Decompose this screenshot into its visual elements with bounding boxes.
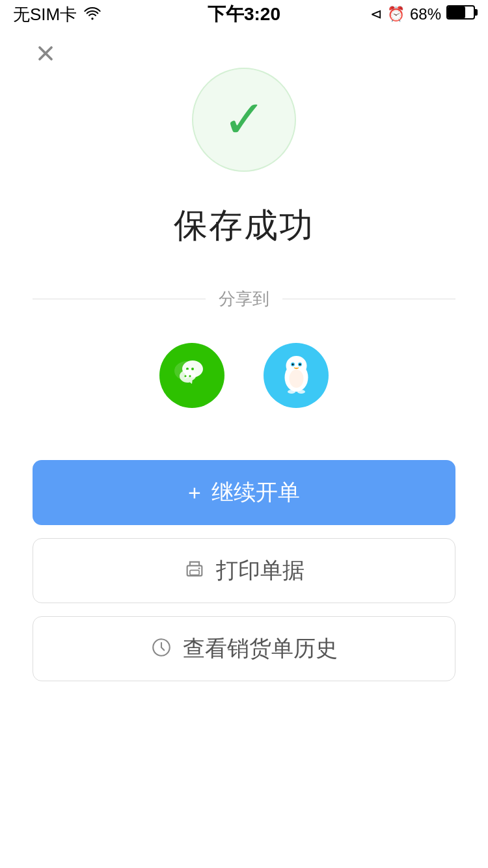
wechat-share-button[interactable] — [159, 343, 224, 408]
print-icon — [183, 558, 206, 584]
share-divider: 分享到 — [33, 288, 455, 310]
close-button[interactable] — [26, 34, 65, 73]
divider-right — [282, 299, 455, 299]
continue-label: 继续开单 — [211, 478, 300, 508]
success-title: 保存成功 — [174, 203, 314, 249]
print-label: 打印单据 — [216, 556, 305, 586]
status-left: 无SIM卡 — [13, 3, 102, 26]
plus-icon: + — [188, 481, 201, 504]
action-buttons: + 继续开单 打印单据 查看销货单历史 — [0, 460, 488, 681]
share-icons — [33, 343, 455, 408]
carrier-label: 无SIM卡 — [13, 3, 77, 26]
share-label: 分享到 — [219, 288, 269, 310]
main-content: ✓ 保存成功 分享到 — [0, 29, 488, 681]
continue-button[interactable]: + 继续开单 — [33, 460, 455, 525]
history-icon — [150, 636, 172, 662]
svg-point-3 — [184, 375, 186, 377]
history-button[interactable]: 查看销货单历史 — [33, 616, 455, 681]
checkmark-icon: ✓ — [223, 94, 266, 146]
status-bar: 无SIM卡 下午3:20 ⊲ ⏰ 68% — [0, 0, 488, 29]
svg-rect-15 — [190, 570, 199, 575]
svg-point-4 — [189, 375, 191, 377]
svg-point-9 — [291, 363, 293, 365]
svg-point-11 — [289, 370, 303, 388]
print-button[interactable]: 打印单据 — [33, 538, 455, 603]
alarm-icon: ⏰ — [387, 6, 405, 23]
svg-point-12 — [288, 390, 295, 394]
location-icon: ⊲ — [370, 6, 382, 23]
battery-icon — [446, 5, 475, 23]
svg-point-2 — [191, 368, 194, 370]
wifi-icon — [83, 5, 102, 25]
status-right: ⊲ ⏰ 68% — [370, 5, 475, 23]
share-section: 分享到 — [0, 288, 488, 408]
battery-percentage: 68% — [410, 5, 441, 23]
divider-left — [33, 299, 206, 299]
success-circle: ✓ — [192, 68, 296, 172]
time-display: 下午3:20 — [208, 2, 280, 27]
svg-point-16 — [198, 567, 200, 569]
qq-share-button[interactable] — [264, 343, 329, 408]
svg-point-10 — [299, 363, 301, 365]
history-label: 查看销货单历史 — [183, 634, 338, 664]
svg-point-13 — [297, 390, 305, 394]
